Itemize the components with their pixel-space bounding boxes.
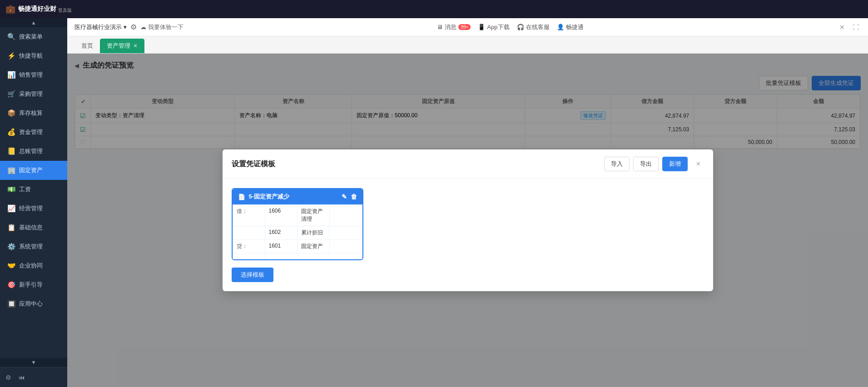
- sidebar-item-label-enterprise: 企业协同: [19, 262, 43, 270]
- salary-icon: 💵: [7, 185, 15, 194]
- top-bar: 💼 畅捷通好业财 普及版: [0, 0, 868, 18]
- sidebar-item-sales[interactable]: 📊 销售管理: [0, 65, 67, 84]
- sidebar-item-system[interactable]: ⚙️ 系统管理: [0, 237, 67, 256]
- template-cell-dir-4: [233, 253, 265, 259]
- purchase-icon: 🛒: [7, 90, 15, 98]
- app-download-icon: 📱: [478, 24, 485, 30]
- quick-nav-icon: ⚡: [7, 52, 15, 60]
- sidebar-footer: ⚙ ⏮: [0, 367, 67, 387]
- app-center-icon: 🔲: [7, 300, 15, 308]
- sidebar-item-quick-nav[interactable]: ⚡ 快捷导航: [0, 46, 67, 65]
- sidebar-item-finance[interactable]: 💰 资金管理: [0, 123, 67, 142]
- sidebar-item-inventory[interactable]: 📦 库存核算: [0, 104, 67, 123]
- sidebar-item-ledger[interactable]: 📒 总账管理: [0, 142, 67, 161]
- notifications-btn[interactable]: 🖥 消息 99+: [437, 23, 471, 31]
- basic-info-icon: 📋: [7, 223, 15, 232]
- system-icon: ⚙️: [7, 243, 15, 251]
- sidebar-item-label-operations: 经营管理: [19, 204, 43, 213]
- template-row-1: 借： 1606 固定资产清理: [233, 205, 362, 226]
- sidebar-item-search[interactable]: 🔍 搜索菜单: [0, 27, 67, 46]
- sidebar: ▲ 🔍 搜索菜单 ⚡ 快捷导航 📊 销售管理 🛒 采购管理: [0, 18, 67, 387]
- template-row-3: 贷： 1601 固定资产: [233, 240, 362, 253]
- sidebar-scroll-up[interactable]: ▲: [0, 18, 67, 27]
- online-support-label: 在线客服: [526, 23, 550, 31]
- guide-icon: 🎯: [7, 281, 15, 289]
- tab-asset-management[interactable]: 资产管理 ✕: [100, 39, 144, 53]
- select-template-btn[interactable]: 选择模板: [232, 268, 273, 282]
- template-cell-dir-3: 贷：: [233, 240, 265, 253]
- new-template-btn[interactable]: 新增: [662, 157, 688, 171]
- app-name: 畅捷通好业财: [18, 5, 56, 13]
- template-cell-extra-4: [330, 253, 362, 259]
- trial-btn[interactable]: ☁ 我要体验一下: [140, 23, 184, 31]
- template-row-4: [233, 253, 362, 259]
- template-cell-code-3: 1601: [265, 240, 298, 253]
- tabbar: 首页 资产管理 ✕: [67, 36, 868, 54]
- notifications-icon: 🖥: [437, 24, 443, 30]
- template-cell-account-3: 固定资产: [298, 240, 330, 253]
- enterprise-icon: 🤝: [7, 262, 15, 270]
- sidebar-item-fixed-assets[interactable]: 🏢 固定资产: [0, 161, 67, 180]
- collapse-footer-btn[interactable]: ⏮: [19, 374, 25, 381]
- notifications-badge: 99+: [458, 24, 471, 30]
- tab-home[interactable]: 首页: [74, 39, 100, 53]
- sidebar-item-label-quick-nav: 快捷导航: [19, 52, 43, 60]
- app-download-btn[interactable]: 📱 App下载: [478, 23, 509, 31]
- modal-close-btn[interactable]: ×: [693, 159, 704, 169]
- sidebar-item-label-guide: 新手引导: [19, 281, 43, 289]
- company-settings-btn[interactable]: ⚙: [130, 23, 137, 31]
- template-cell-account-2: 累计折旧: [298, 226, 330, 239]
- template-doc-icon: 📄: [238, 194, 245, 200]
- maximize-window-btn[interactable]: ⛶: [851, 22, 861, 32]
- close-window-btn[interactable]: ✕: [837, 22, 847, 32]
- sidebar-item-enterprise[interactable]: 🤝 企业协同: [0, 256, 67, 275]
- template-cell-code-4: [265, 253, 298, 259]
- company-selector[interactable]: 医疗器械行业演示 ▾: [74, 23, 127, 31]
- search-icon: 🔍: [7, 33, 15, 41]
- sidebar-item-operations[interactable]: 📈 经营管理: [0, 199, 67, 218]
- template-cell-account-1: 固定资产清理: [298, 205, 330, 226]
- topnav: 医疗器械行业演示 ▾ ⚙ ☁ 我要体验一下 🖥 消息 99+: [67, 18, 868, 36]
- sidebar-scroll-down[interactable]: ▼: [0, 358, 67, 367]
- sidebar-nav: 🔍 搜索菜单 ⚡ 快捷导航 📊 销售管理 🛒 采购管理 📦 库存核算: [0, 27, 67, 358]
- tab-asset-label: 资产管理: [107, 42, 130, 50]
- sidebar-item-app-center[interactable]: 🔲 应用中心: [0, 294, 67, 313]
- export-btn[interactable]: 导出: [633, 157, 659, 171]
- company-dropdown-icon: ▾: [124, 24, 127, 30]
- template-cell-dir-1: 借：: [233, 205, 265, 226]
- settings-footer-btn[interactable]: ⚙: [5, 374, 11, 381]
- modal-header: 设置凭证模板 导入 导出 新增 ×: [223, 149, 713, 179]
- modal-header-actions: 导入 导出 新增: [604, 157, 688, 171]
- template-header-actions: ✎ 🗑: [342, 193, 357, 200]
- template-edit-btn[interactable]: ✎: [342, 193, 347, 200]
- ledger-icon: 📒: [7, 147, 15, 155]
- user-avatar-btn[interactable]: 👤 畅捷通: [557, 23, 584, 31]
- user-icon: 👤: [557, 24, 564, 30]
- sidebar-item-basic-info[interactable]: 📋 基础信息: [0, 218, 67, 237]
- sales-icon: 📊: [7, 71, 15, 79]
- import-btn[interactable]: 导入: [604, 157, 630, 171]
- topnav-left: 医疗器械行业演示 ▾ ⚙ ☁ 我要体验一下: [74, 23, 184, 31]
- template-row-2: 1602 累计折旧: [233, 226, 362, 240]
- sidebar-item-purchase[interactable]: 🛒 采购管理: [0, 84, 67, 104]
- template-body: 借： 1606 固定资产清理 1602 累: [233, 204, 362, 259]
- tab-home-label: 首页: [81, 42, 93, 50]
- template-cell-extra-2: [330, 226, 362, 239]
- template-delete-btn[interactable]: 🗑: [351, 193, 357, 200]
- tab-close-btn[interactable]: ✕: [133, 43, 138, 49]
- modal-overlay: 设置凭证模板 导入 导出 新增 × 📄: [67, 54, 868, 387]
- sidebar-item-salary[interactable]: 💵 工资: [0, 180, 67, 199]
- operations-icon: 📈: [7, 204, 15, 213]
- sidebar-item-label-sales: 销售管理: [19, 71, 43, 79]
- topnav-right: 🖥 消息 99+ 📱 App下载 🎧 在线客服 👤 畅捷通: [437, 23, 583, 31]
- online-support-btn[interactable]: 🎧 在线客服: [517, 23, 550, 31]
- sidebar-item-guide[interactable]: 🎯 新手引导: [0, 275, 67, 294]
- support-icon: 🎧: [517, 24, 524, 30]
- trial-text: 我要体验一下: [148, 23, 184, 31]
- fixed-assets-icon: 🏢: [7, 166, 15, 174]
- template-cell-code-1: 1606: [265, 205, 298, 226]
- sidebar-item-label-ledger: 总账管理: [19, 147, 43, 155]
- user-name: 畅捷通: [566, 23, 584, 31]
- company-name: 医疗器械行业演示: [74, 23, 122, 31]
- sidebar-item-label-app-center: 应用中心: [19, 300, 43, 308]
